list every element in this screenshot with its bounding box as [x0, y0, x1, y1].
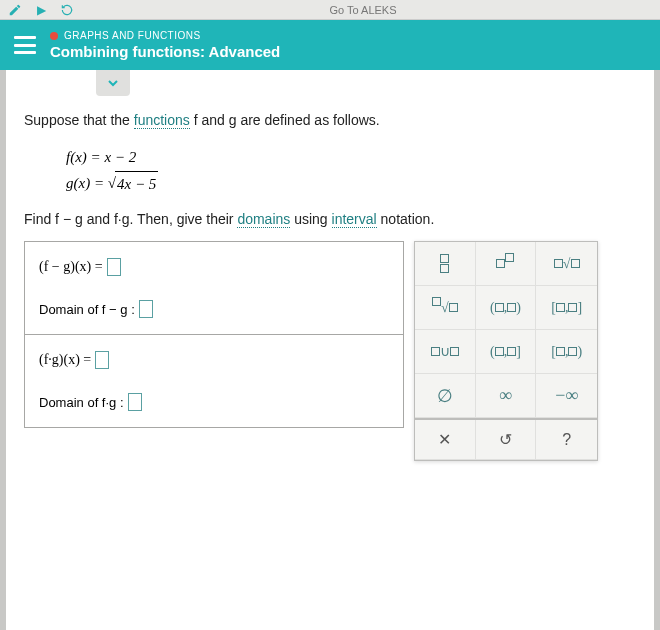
ftimesg-domain-input[interactable] [128, 393, 142, 411]
fraction-icon [440, 254, 449, 273]
palette-fraction[interactable] [415, 242, 476, 286]
fminusg-domain-label: Domain of f − g : [39, 302, 135, 317]
top-bar-icons: ▶ [8, 3, 74, 17]
palette-half-open-left[interactable]: (,] [476, 330, 537, 374]
half-open-right-icon: [,) [551, 344, 582, 360]
neg-infinity-icon: −∞ [555, 385, 578, 406]
fminusg-domain: Domain of f − g : [39, 300, 389, 318]
palette-infinity[interactable]: ∞ [476, 374, 537, 418]
instr-a: Find f − g and f·g. Then, give their [24, 211, 237, 227]
help-icon: ? [562, 431, 571, 449]
palette-neg-infinity[interactable]: −∞ [536, 374, 597, 418]
sqrt-expression: √ 4x − 5 [108, 171, 159, 198]
g-eq: = [94, 175, 104, 191]
instr-c: notation. [377, 211, 435, 227]
palette-footer: ✕ ↺ ? [415, 418, 597, 460]
ftimesg-label: (f·g)(x) = [39, 352, 91, 368]
menu-icon[interactable] [14, 36, 36, 54]
palette-reset-button[interactable]: ↺ [476, 420, 537, 460]
prompt-text-a: Suppose that the [24, 112, 134, 128]
equations-block: f(x) = x − 2 g(x) = √ 4x − 5 [66, 145, 636, 197]
f-rhs: = x − 2 [91, 149, 137, 165]
symbol-palette: √ √ (,) [,] ∪ (,] [,) [414, 241, 598, 461]
palette-sqrt[interactable]: √ [536, 242, 597, 286]
palette-nthroot[interactable]: √ [415, 286, 476, 330]
equation-g: g(x) = √ 4x − 5 [66, 171, 636, 198]
answer-row-fminusg: (f − g)(x) = Domain of f − g : [25, 242, 403, 335]
sqrt-icon: √ [554, 256, 580, 272]
instr-b: using [290, 211, 331, 227]
ftimesg-domain: Domain of f·g : [39, 393, 389, 411]
go-to-aleks-label[interactable]: Go To ALEKS [74, 4, 652, 16]
chevron-down-icon [105, 75, 121, 91]
pencil-icon[interactable] [8, 3, 22, 17]
palette-grid: √ √ (,) [,] ∪ (,] [,) [415, 242, 597, 418]
palette-empty-set[interactable]: ∅ [415, 374, 476, 418]
status-dot-icon [50, 32, 58, 40]
lesson-header: GRAPHS AND FUNCTIONS Combining functions… [0, 20, 660, 70]
palette-open-interval[interactable]: (,) [476, 286, 537, 330]
refresh-icon[interactable] [60, 3, 74, 17]
lesson-title: Combining functions: Advanced [50, 43, 280, 60]
content-area: Suppose that the functions f and g are d… [6, 70, 654, 630]
prompt-text-b: f and g are defined as follows. [190, 112, 380, 128]
reset-icon: ↺ [499, 430, 512, 449]
empty-set-icon: ∅ [437, 385, 453, 407]
ftimesg-expression: (f·g)(x) = [39, 351, 389, 369]
g-lhs: g(x) [66, 175, 90, 191]
palette-closed-interval[interactable]: [,] [536, 286, 597, 330]
ftimesg-input[interactable] [95, 351, 109, 369]
ftimesg-domain-label: Domain of f·g : [39, 395, 124, 410]
instruction-line: Find f − g and f·g. Then, give their dom… [24, 211, 636, 227]
infinity-icon: ∞ [499, 385, 512, 406]
browser-top-bar: ▶ Go To ALEKS [0, 0, 660, 20]
open-interval-icon: (,) [490, 300, 521, 316]
g-radicand: 4x − 5 [115, 171, 158, 198]
f-lhs: f(x) [66, 149, 87, 165]
equation-f: f(x) = x − 2 [66, 145, 636, 171]
fminusg-label: (f − g)(x) = [39, 259, 103, 275]
expand-tab[interactable] [96, 70, 130, 96]
fminusg-domain-input[interactable] [139, 300, 153, 318]
category-text: GRAPHS AND FUNCTIONS [64, 30, 201, 41]
interval-link[interactable]: interval [332, 211, 377, 228]
exponent-icon [496, 256, 514, 272]
functions-link[interactable]: functions [134, 112, 190, 129]
palette-half-open-right[interactable]: [,) [536, 330, 597, 374]
fminusg-input[interactable] [107, 258, 121, 276]
fminusg-expression: (f − g)(x) = [39, 258, 389, 276]
work-area: (f − g)(x) = Domain of f − g : (f·g)(x) … [24, 241, 636, 461]
half-open-left-icon: (,] [490, 344, 521, 360]
palette-clear-button[interactable]: ✕ [415, 420, 476, 460]
closed-interval-icon: [,] [551, 300, 582, 316]
play-icon[interactable]: ▶ [34, 3, 48, 17]
header-text: GRAPHS AND FUNCTIONS Combining functions… [50, 30, 280, 60]
answer-row-ftimesg: (f·g)(x) = Domain of f·g : [25, 335, 403, 427]
nthroot-icon: √ [432, 300, 458, 316]
union-icon: ∪ [431, 343, 459, 360]
answer-table: (f − g)(x) = Domain of f − g : (f·g)(x) … [24, 241, 404, 428]
palette-exponent[interactable] [476, 242, 537, 286]
prompt-line: Suppose that the functions f and g are d… [24, 110, 636, 131]
close-icon: ✕ [438, 430, 451, 449]
palette-help-button[interactable]: ? [536, 420, 597, 460]
domains-link[interactable]: domains [237, 211, 290, 228]
palette-union[interactable]: ∪ [415, 330, 476, 374]
category-label: GRAPHS AND FUNCTIONS [50, 30, 280, 41]
